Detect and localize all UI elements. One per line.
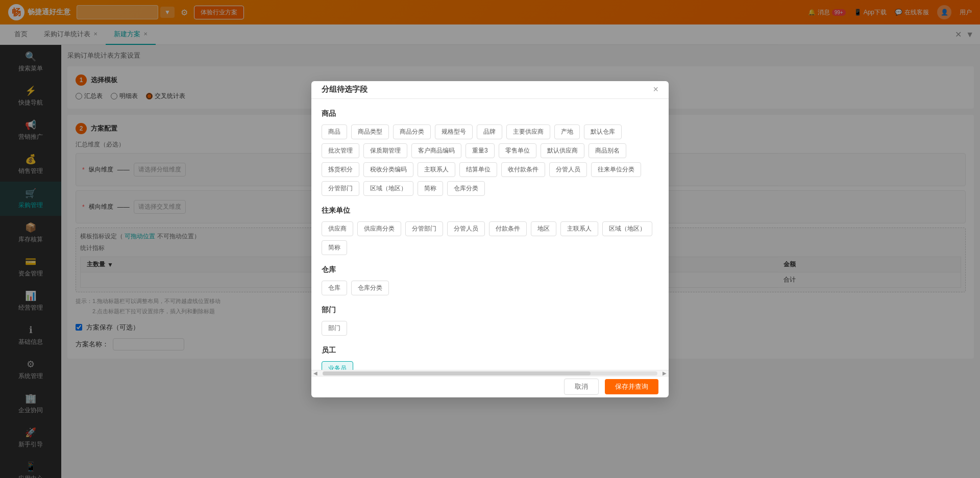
- field-section-warehouse: 仓库 仓库 仓库分类: [322, 265, 658, 295]
- field-tag[interactable]: 仓库分类: [351, 281, 389, 295]
- field-section-partner-title: 往来单位: [322, 206, 658, 215]
- field-tag-selected[interactable]: 业务员: [322, 361, 353, 370]
- field-tag[interactable]: 零售单位: [499, 143, 536, 158]
- field-tag[interactable]: 简称: [418, 181, 443, 196]
- field-section-dept-title: 部门: [322, 306, 658, 315]
- modal-header: 分组待选字段 ×: [311, 81, 669, 99]
- field-tags-goods: 商品 商品类型 商品分类 规格型号 品牌 主要供应商 产地 默认仓库 批次管理 …: [322, 124, 658, 196]
- field-tag[interactable]: 付款条件: [489, 221, 527, 236]
- field-tags-dept: 部门: [322, 321, 658, 336]
- field-tag[interactable]: 产地: [554, 124, 580, 139]
- field-tag[interactable]: 批次管理: [322, 143, 359, 158]
- field-section-goods-title: 商品: [322, 109, 658, 118]
- modal-overlay: 分组待选字段 × 商品 商品 商品类型 商品分类 规格型号 品牌 主要供应商 产…: [0, 0, 980, 478]
- field-tags-staff: 业务员: [322, 361, 658, 370]
- field-tag[interactable]: 商品类型: [351, 124, 389, 139]
- field-section-partner: 往来单位 供应商 供应商分类 分管部门 分管人员 付款条件 地区 主联系人 区域…: [322, 206, 658, 255]
- field-tag[interactable]: 商品别名: [589, 143, 626, 158]
- field-tag[interactable]: 供应商: [322, 221, 353, 236]
- field-tag[interactable]: 分管部门: [322, 181, 359, 196]
- field-tag[interactable]: 主联系人: [560, 221, 598, 236]
- field-tag[interactable]: 税收分类编码: [363, 162, 413, 177]
- field-tag[interactable]: 仓库: [322, 281, 347, 295]
- field-tag[interactable]: 地区: [531, 221, 556, 236]
- modal-scroll-bar[interactable]: ◀ ▶: [311, 370, 669, 376]
- field-tag[interactable]: 拣货积分: [322, 162, 359, 177]
- cancel-button[interactable]: 取消: [564, 379, 599, 395]
- field-tag[interactable]: 收付款条件: [501, 162, 545, 177]
- field-tags-warehouse: 仓库 仓库分类: [322, 281, 658, 295]
- field-tag[interactable]: 主要供应商: [506, 124, 550, 139]
- scroll-thumb[interactable]: [323, 371, 591, 375]
- field-tag[interactable]: 商品: [322, 124, 347, 139]
- field-tag[interactable]: 规格型号: [435, 124, 473, 139]
- field-tag[interactable]: 结算单位: [459, 162, 497, 177]
- field-tag[interactable]: 默认供应商: [541, 143, 584, 158]
- field-tag[interactable]: 客户商品编码: [411, 143, 461, 158]
- modal-title: 分组待选字段: [322, 85, 368, 94]
- save-query-button[interactable]: 保存并查询: [605, 379, 658, 394]
- scroll-right-arrow[interactable]: ▶: [660, 370, 669, 376]
- field-tag[interactable]: 部门: [322, 321, 347, 336]
- field-tag[interactable]: 品牌: [477, 124, 502, 139]
- field-tag[interactable]: 简称: [322, 240, 347, 255]
- field-tag[interactable]: 区域（地区）: [363, 181, 413, 196]
- field-tags-partner: 供应商 供应商分类 分管部门 分管人员 付款条件 地区 主联系人 区域（地区） …: [322, 221, 658, 255]
- field-section-staff: 员工 业务员: [322, 346, 658, 370]
- field-tag[interactable]: 默认仓库: [584, 124, 622, 139]
- field-tag[interactable]: 重量3: [465, 143, 495, 158]
- field-tag[interactable]: 主联系人: [418, 162, 455, 177]
- scroll-track: [323, 371, 657, 375]
- field-section-warehouse-title: 仓库: [322, 265, 658, 274]
- field-section-dept: 部门 部门: [322, 306, 658, 336]
- scroll-left-arrow[interactable]: ◀: [311, 370, 320, 376]
- field-tag[interactable]: 往来单位分类: [591, 162, 641, 177]
- field-tag[interactable]: 分管部门: [405, 221, 443, 236]
- modal-close-button[interactable]: ×: [653, 84, 658, 95]
- field-tag[interactable]: 区域（地区）: [602, 221, 652, 236]
- field-tag[interactable]: 分管人员: [447, 221, 485, 236]
- modal: 分组待选字段 × 商品 商品 商品类型 商品分类 规格型号 品牌 主要供应商 产…: [311, 81, 669, 397]
- field-tag[interactable]: 商品分类: [393, 124, 431, 139]
- field-tag[interactable]: 仓库分类: [447, 181, 485, 196]
- modal-footer: 取消 保存并查询: [311, 376, 669, 397]
- field-tag[interactable]: 分管人员: [549, 162, 587, 177]
- field-section-goods: 商品 商品 商品类型 商品分类 规格型号 品牌 主要供应商 产地 默认仓库 批次…: [322, 109, 658, 196]
- modal-body: 商品 商品 商品类型 商品分类 规格型号 品牌 主要供应商 产地 默认仓库 批次…: [311, 99, 669, 370]
- field-tag[interactable]: 保质期管理: [363, 143, 407, 158]
- field-tag[interactable]: 供应商分类: [357, 221, 401, 236]
- field-section-staff-title: 员工: [322, 346, 658, 355]
